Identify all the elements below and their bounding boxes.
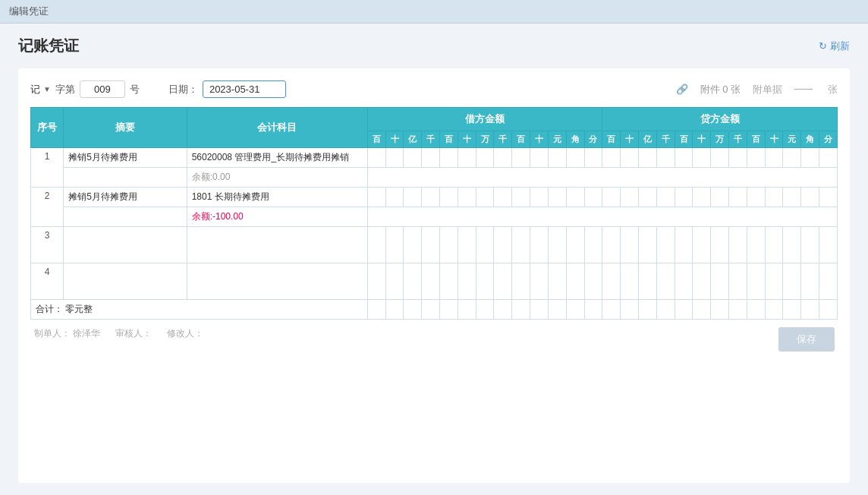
r2-d8[interactable] [494, 188, 512, 207]
row-3-summary[interactable] [64, 227, 187, 263]
r1-d1[interactable] [367, 148, 385, 168]
th-sub-bai2: 百 [440, 131, 458, 148]
sheets-count-input[interactable] [794, 89, 813, 90]
th-sub-yi1: 亿 [404, 131, 422, 148]
r1-d11[interactable] [548, 148, 566, 168]
table-row-3: 3 [31, 227, 838, 263]
r2-d5[interactable] [440, 188, 458, 207]
th-sub-yuan2: 元 [783, 131, 801, 148]
r1-c7[interactable] [711, 148, 729, 168]
th-sub-qian3: 千 [656, 131, 675, 148]
r1-d13[interactable] [584, 148, 602, 168]
th-sub-wan2: 万 [711, 131, 729, 148]
zi-label: 字第 [55, 83, 75, 96]
creator-label: 制单人： [34, 328, 71, 339]
r1-d10[interactable] [530, 148, 549, 168]
r2-balance-cell: 余额:-100.00 [187, 207, 367, 227]
r1-d5[interactable] [440, 148, 458, 168]
row-4-account[interactable] [187, 263, 367, 300]
r2-d1[interactable] [367, 188, 385, 207]
r2-c5[interactable] [675, 188, 693, 207]
th-sub-qian2: 千 [494, 131, 512, 148]
r1-d4[interactable] [422, 148, 440, 168]
page-header: 记账凭证 ↻ 刷新 [18, 36, 850, 56]
footer-row: 制单人： 徐泽华 审核人： 修改人： 保存 [31, 320, 838, 352]
r1-c3[interactable] [638, 148, 656, 168]
save-button[interactable]: 保存 [778, 327, 835, 352]
r2-d12[interactable] [566, 188, 584, 207]
r2-d3[interactable] [404, 188, 422, 207]
r2-d6[interactable] [458, 188, 476, 207]
th-sub-fen2: 分 [819, 131, 838, 148]
voucher-table: 序号 摘要 会计科目 借方金额 贷方金额 百 十 亿 千 百 十 [30, 107, 838, 352]
row-2-account[interactable]: 1801 长期待摊费用 [187, 188, 367, 207]
r1-d7[interactable] [476, 148, 494, 168]
row-2-summary[interactable]: 摊销5月待摊费用 [64, 188, 187, 207]
th-debit: 借方金额 [367, 108, 602, 131]
refresh-button[interactable]: ↻ 刷新 [819, 39, 850, 53]
dropdown-arrow-icon: ▼ [43, 85, 51, 93]
r1-d12[interactable] [566, 148, 584, 168]
r2-d9[interactable] [512, 188, 530, 207]
r1-c5[interactable] [675, 148, 693, 168]
th-sub-bai3: 百 [512, 131, 530, 148]
r2-d10[interactable] [530, 188, 549, 207]
attach-sheets-btn[interactable]: 附单据 [753, 83, 782, 96]
r2-d11[interactable] [548, 188, 566, 207]
r2-c4[interactable] [656, 188, 675, 207]
voucher-number-input[interactable] [80, 80, 125, 98]
th-account: 会计科目 [187, 108, 367, 148]
r1-c12[interactable] [801, 148, 819, 168]
r2-c10[interactable] [765, 188, 783, 207]
r2-c11[interactable] [783, 188, 801, 207]
row-1-account[interactable]: 56020008 管理费用_长期待摊费用摊销 [187, 148, 367, 168]
r1-balance-summary [64, 168, 187, 188]
r1-d6[interactable] [458, 148, 476, 168]
r2-c3[interactable] [638, 188, 656, 207]
row-4-seq: 4 [31, 263, 64, 300]
row-1-summary[interactable]: 摊销5月待摊费用 [64, 148, 187, 168]
creator-name: 徐泽华 [73, 328, 100, 339]
r2-c6[interactable] [693, 188, 711, 207]
total-value: 零元整 [65, 304, 93, 314]
r1-c8[interactable] [729, 148, 747, 168]
r1-c10[interactable] [765, 148, 783, 168]
hao-label: 号 [130, 83, 140, 96]
r2-d13[interactable] [584, 188, 602, 207]
row-4-summary[interactable] [64, 263, 187, 300]
th-sub-jiao2: 角 [801, 131, 819, 148]
row-3-account[interactable] [187, 227, 367, 263]
th-sub-bai5: 百 [675, 131, 693, 148]
r1-c2[interactable] [621, 148, 639, 168]
r1-c6[interactable] [693, 148, 711, 168]
th-sub-fen1: 分 [584, 131, 602, 148]
r2-c9[interactable] [747, 188, 765, 207]
r1-c1[interactable] [602, 148, 621, 168]
type-select[interactable]: 记 ▼ [30, 83, 51, 96]
r2-c8[interactable] [729, 188, 747, 207]
r1-c9[interactable] [747, 148, 765, 168]
r2-c12[interactable] [801, 188, 819, 207]
r1-c4[interactable] [656, 148, 675, 168]
r1-d3[interactable] [404, 148, 422, 168]
footer-cell: 制单人： 徐泽华 审核人： 修改人： [31, 320, 585, 352]
refresh-icon: ↻ [819, 40, 827, 52]
r1-d2[interactable] [385, 148, 404, 168]
th-seq: 序号 [31, 108, 64, 148]
r2-c2[interactable] [621, 188, 639, 207]
r2-d2[interactable] [385, 188, 404, 207]
attachments-area: 🔗 附件 0 张 附单据 张 [676, 83, 838, 96]
r1-d8[interactable] [494, 148, 512, 168]
r1-c13[interactable] [819, 148, 838, 168]
title-bar: 编辑凭证 [0, 0, 868, 24]
r2-c13[interactable] [819, 188, 838, 207]
r1-c11[interactable] [783, 148, 801, 168]
r2-d7[interactable] [476, 188, 494, 207]
th-sub-qian1: 千 [422, 131, 440, 148]
r2-balance-summary [64, 207, 187, 227]
r1-d9[interactable] [512, 148, 530, 168]
r2-d4[interactable] [422, 188, 440, 207]
r2-c1[interactable] [602, 188, 621, 207]
date-input[interactable] [203, 80, 286, 98]
r2-c7[interactable] [711, 188, 729, 207]
